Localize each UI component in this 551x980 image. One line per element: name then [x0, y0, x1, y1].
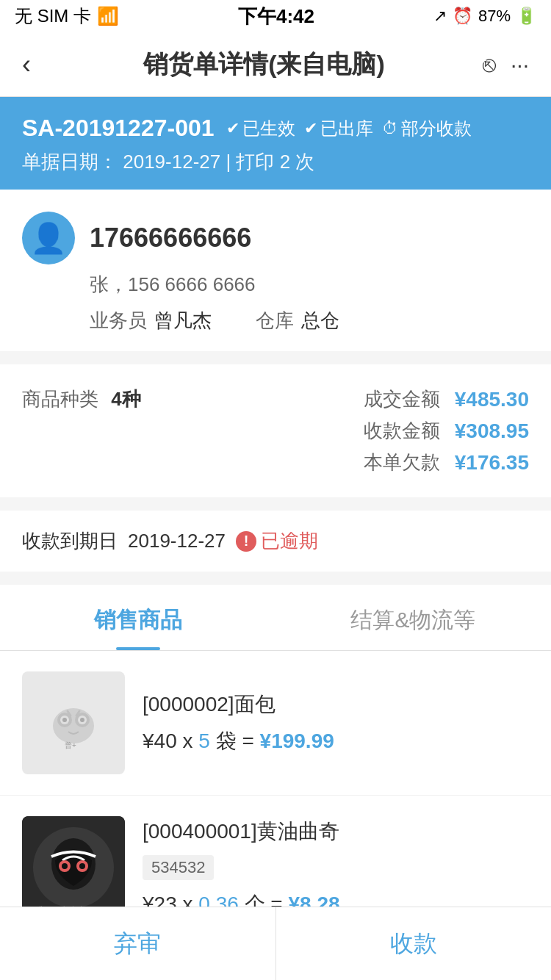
price-unit-1: ¥40	[143, 729, 177, 752]
tabs-section: 销售商品 结算&物流等	[0, 585, 551, 651]
svg-point-5	[62, 718, 67, 722]
tabs-row: 销售商品 结算&物流等	[0, 585, 551, 650]
thumb-placeholder-1: 普+	[22, 671, 125, 774]
product-info-1: [0000002]面包 ¥40 x 5 袋 = ¥199.99	[143, 691, 529, 755]
customer-meta: 业务员 曾凡杰 仓库 总仓	[22, 308, 529, 334]
svg-point-0	[53, 708, 94, 743]
status-time: 下午4:42	[238, 4, 314, 29]
order-date-row: 单据日期： 2019-12-27 | 打印 2 次	[22, 149, 529, 175]
product-image-2: diamond whole...	[22, 816, 125, 919]
product-name-1: [0000002]面包	[143, 691, 529, 718]
tab-settlement-label: 结算&物流等	[350, 608, 475, 632]
summary-category: 商品种类 4种	[22, 386, 141, 412]
avatar: 👤	[22, 212, 75, 264]
confirm-button[interactable]: 收款	[276, 907, 552, 980]
share-icon[interactable]: ⎋	[483, 52, 496, 77]
overdue-badge: ! 已逾期	[236, 528, 318, 554]
owl-icon-1: 普+	[44, 693, 103, 752]
salesperson-item: 业务员 曾凡杰	[90, 308, 212, 334]
tab-products-label: 销售商品	[94, 608, 182, 632]
price-eq-1: =	[242, 729, 259, 752]
warehouse-value: 总仓	[301, 308, 339, 334]
product-sku-2: 534532	[143, 855, 214, 880]
page-title: 销货单详情(来自电脑)	[46, 48, 483, 82]
badge-shipped: ✔ 已出库	[304, 117, 373, 140]
badge-shipped-label: 已出库	[320, 117, 373, 140]
product-thumb-1: 普+	[22, 671, 125, 774]
order-date: 2019-12-27	[123, 151, 220, 173]
customer-row: 👤 17666666666	[22, 212, 529, 264]
order-header: SA-20191227-001 ✔ 已生效 ✔ 已出库 ⏱ 部分收款 单据日期：…	[0, 97, 551, 190]
received-label: 收款金额	[364, 418, 440, 444]
price-qty-1: 5	[198, 729, 210, 752]
product-thumb-2: diamond whole...	[22, 816, 125, 919]
location-icon: ↗	[433, 7, 447, 26]
battery-icon: 🔋	[516, 7, 536, 26]
nav-actions: ⎋ ···	[483, 52, 529, 77]
clock-icon: ⏱	[382, 119, 398, 138]
cancel-button[interactable]: 弃审	[0, 907, 276, 980]
svg-point-6	[80, 718, 84, 722]
summary-section: 商品种类 4种 成交金额 ¥485.30 收款金额 ¥308.95 本单欠款 ¥…	[0, 364, 551, 497]
tab-products[interactable]: 销售商品	[0, 585, 276, 650]
due-label: 收款到期日	[22, 528, 118, 554]
warehouse-item: 仓库 总仓	[256, 308, 339, 334]
order-id-row: SA-20191227-001 ✔ 已生效 ✔ 已出库 ⏱ 部分收款	[22, 115, 529, 142]
bottom-bar: 弃审 收款	[0, 907, 551, 980]
status-bar: 无 SIM 卡 📶 下午4:42 ↗ ⏰ 87% 🔋	[0, 0, 551, 32]
owed-row: 本单欠款 ¥176.35	[364, 450, 529, 475]
more-icon[interactable]: ···	[511, 52, 529, 77]
salesperson-label: 业务员	[90, 308, 147, 334]
order-id: SA-20191227-001	[22, 115, 215, 142]
badge-effective-label: 已生效	[242, 117, 295, 140]
category-count: 4种	[111, 388, 140, 410]
salesperson-value: 曾凡杰	[154, 308, 212, 334]
nav-bar: ‹ 销货单详情(来自电脑) ⎋ ···	[0, 32, 551, 97]
customer-name: 张，156 6666 6666	[22, 272, 529, 298]
overdue-text: 已逾期	[261, 528, 318, 554]
product-price-1: ¥40 x 5 袋 = ¥199.99	[143, 727, 529, 755]
received-amount: ¥308.95	[455, 419, 529, 443]
battery-text: 87%	[478, 7, 511, 26]
summary-amounts: 成交金额 ¥485.30 收款金额 ¥308.95 本单欠款 ¥176.35	[364, 386, 529, 475]
badge-effective: ✔ 已生效	[226, 117, 295, 140]
date-label: 单据日期：	[22, 151, 118, 173]
check-icon-1: ✔	[226, 119, 240, 138]
price-unit-label-1: 袋	[216, 729, 237, 752]
avatar-icon: 👤	[30, 221, 67, 256]
status-right: ↗ ⏰ 87% 🔋	[433, 7, 536, 26]
product-name-2: [000400001]黄油曲奇	[143, 818, 529, 846]
status-left: 无 SIM 卡 📶	[15, 4, 119, 28]
transaction-amount: ¥485.30	[455, 388, 529, 411]
svg-point-14	[79, 863, 85, 869]
customer-account-id: 17666666666	[90, 223, 251, 253]
overdue-icon: !	[236, 531, 256, 552]
price-x-1: x	[183, 729, 199, 752]
alarm-icon: ⏰	[453, 7, 472, 26]
check-icon-2: ✔	[304, 119, 317, 138]
transaction-row: 成交金额 ¥485.30	[364, 386, 529, 412]
due-date: 2019-12-27	[128, 530, 226, 552]
received-row: 收款金额 ¥308.95	[364, 418, 529, 444]
product-info-2: [000400001]黄油曲奇 534532 ¥23 x 0.36 个 = ¥8…	[143, 818, 529, 918]
due-section: 收款到期日 2019-12-27 ! 已逾期	[0, 511, 551, 572]
customer-section: 👤 17666666666 张，156 6666 6666 业务员 曾凡杰 仓库…	[0, 190, 551, 351]
carrier-text: 无 SIM 卡	[15, 4, 91, 28]
product-item-1: 普+ [0000002]面包 ¥40 x 5 袋 = ¥199.99	[0, 651, 551, 796]
thumb-image-2: diamond whole...	[22, 816, 125, 919]
svg-point-13	[62, 863, 68, 869]
badge-partial: ⏱ 部分收款	[382, 117, 472, 140]
tab-settlement[interactable]: 结算&物流等	[276, 585, 551, 650]
price-total-1: ¥199.99	[260, 729, 334, 752]
warehouse-label: 仓库	[256, 308, 294, 334]
products-section: 普+ [0000002]面包 ¥40 x 5 袋 = ¥199.99	[0, 651, 551, 940]
back-button[interactable]: ‹	[22, 49, 31, 80]
svg-text:普+: 普+	[65, 741, 76, 749]
wifi-icon: 📶	[97, 6, 119, 26]
print-info: | 打印 2 次	[226, 151, 314, 173]
owed-amount: ¥176.35	[455, 451, 529, 475]
badge-partial-label: 部分收款	[401, 117, 472, 140]
status-badges: ✔ 已生效 ✔ 已出库 ⏱ 部分收款	[226, 117, 472, 140]
transaction-label: 成交金额	[364, 386, 440, 412]
owed-label: 本单欠款	[364, 450, 440, 475]
